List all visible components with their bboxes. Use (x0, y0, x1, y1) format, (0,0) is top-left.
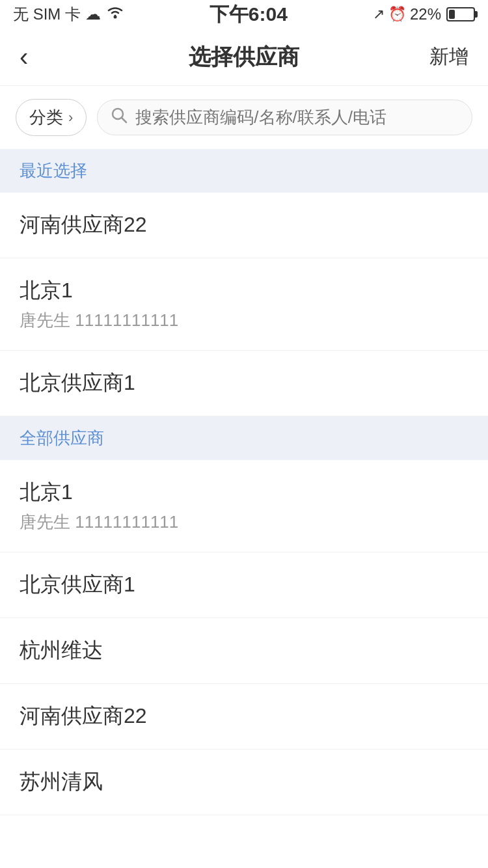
item-name: 苏州清风 (20, 768, 468, 796)
list-item[interactable]: 苏州清风 (0, 750, 488, 815)
svg-point-0 (113, 16, 116, 19)
recent-items-list: 河南供应商22 北京1 唐先生 11111111111 北京供应商1 (0, 193, 488, 416)
alarm-icon: ⏰ (388, 6, 406, 23)
back-button[interactable]: ‹ (20, 42, 59, 72)
item-name: 河南供应商22 (20, 702, 468, 731)
category-label: 分类 (29, 106, 63, 129)
chevron-right-icon: › (68, 109, 73, 126)
list-item[interactable]: 北京供应商1 (0, 351, 488, 416)
add-button[interactable]: 新增 (429, 44, 468, 70)
battery-icon (446, 7, 475, 21)
item-name: 北京1 (20, 478, 468, 507)
search-icon (111, 107, 128, 128)
nav-bar: ‹ 选择供应商 新增 (0, 29, 488, 86)
list-item[interactable]: 河南供应商22 (0, 193, 488, 258)
all-section-header: 全部供应商 (0, 416, 488, 460)
item-name: 河南供应商22 (20, 211, 468, 239)
category-filter-button[interactable]: 分类 › (16, 99, 87, 136)
item-sub: 唐先生 11111111111 (20, 309, 468, 332)
recent-section-header: 最近选择 (0, 149, 488, 193)
item-name: 北京供应商1 (20, 571, 468, 599)
status-left: 无 SIM 卡 ☁ (13, 4, 124, 25)
page-title: 选择供应商 (189, 42, 299, 72)
status-time: 下午6:04 (210, 1, 288, 28)
item-name: 北京供应商1 (20, 369, 468, 398)
search-box[interactable] (97, 100, 472, 135)
list-item[interactable]: 杭州维达 (0, 618, 488, 684)
battery-percent: 22% (410, 5, 441, 23)
wifi-icon (106, 5, 124, 23)
svg-line-2 (122, 118, 126, 122)
list-item[interactable]: 北京供应商1 (0, 552, 488, 618)
recent-section-label: 最近选择 (20, 161, 87, 180)
search-input[interactable] (135, 107, 459, 128)
status-bar: 无 SIM 卡 ☁ 下午6:04 ↗ ⏰ 22% (0, 0, 488, 29)
status-right: ↗ ⏰ 22% (373, 5, 475, 23)
no-sim-label: 无 SIM 卡 ☁ (13, 4, 101, 25)
item-name: 北京1 (20, 277, 468, 305)
filter-bar: 分类 › (0, 86, 488, 149)
list-item[interactable]: 河南供应商22 (0, 684, 488, 750)
list-item[interactable]: 北京1 唐先生 11111111111 (0, 258, 488, 351)
item-name: 杭州维达 (20, 636, 468, 665)
location-icon: ↗ (373, 6, 385, 23)
list-item[interactable]: 北京1 唐先生 11111111111 (0, 460, 488, 552)
item-sub: 唐先生 11111111111 (20, 511, 468, 534)
all-items-list: 北京1 唐先生 11111111111 北京供应商1 杭州维达 河南供应商22 … (0, 460, 488, 815)
all-section-label: 全部供应商 (20, 428, 104, 448)
